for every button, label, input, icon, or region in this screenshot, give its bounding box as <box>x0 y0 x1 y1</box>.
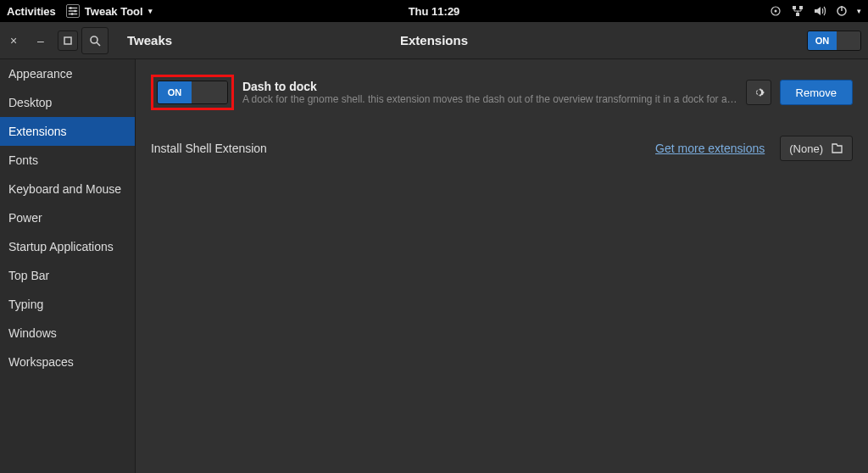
gear-icon <box>752 86 765 99</box>
extension-title: Dash to dock <box>242 80 737 93</box>
install-label: Install Shell Extension <box>151 142 267 155</box>
sidebar-item-desktop[interactable]: Desktop <box>0 88 135 117</box>
install-file-button[interactable]: (None) <box>780 136 853 161</box>
chevron-down-icon: ▾ <box>148 7 153 15</box>
get-more-extensions-link[interactable]: Get more extensions <box>655 142 765 155</box>
volume-icon[interactable] <box>813 4 826 18</box>
sidebar-item-typing[interactable]: Typing <box>0 290 135 319</box>
highlight-box: ON <box>151 75 234 110</box>
svg-point-3 <box>70 7 72 9</box>
appmenu-button[interactable]: Tweak Tool ▾ <box>66 4 153 18</box>
sidebar-item-windows[interactable]: Windows <box>0 319 135 348</box>
page-title: Extensions <box>400 33 468 47</box>
sidebar: AppearanceDesktopExtensionsFontsKeyboard… <box>0 59 136 473</box>
svg-point-4 <box>74 10 76 13</box>
gnome-top-panel: Activities Tweak Tool ▾ Thu 11:29 ▾ <box>0 0 868 22</box>
sidebar-item-workspaces[interactable]: Workspaces <box>0 348 135 376</box>
tweak-tool-icon <box>66 4 80 18</box>
sidebar-item-appearance[interactable]: Appearance <box>0 59 135 88</box>
close-button[interactable]: × <box>3 31 24 51</box>
remove-button[interactable]: Remove <box>780 80 853 105</box>
switch-on-label: ON <box>808 31 837 50</box>
sidebar-item-startup-applications[interactable]: Startup Applications <box>0 232 135 261</box>
sidebar-item-top-bar[interactable]: Top Bar <box>0 261 135 290</box>
svg-point-7 <box>775 10 777 13</box>
minimize-button[interactable]: – <box>31 31 51 51</box>
sidebar-title: Tweaks <box>127 33 172 47</box>
search-button[interactable] <box>81 27 108 54</box>
power-icon[interactable] <box>835 4 849 18</box>
extension-description: A dock for the gnome shell. this extensi… <box>242 93 737 105</box>
clock[interactable]: Thu 11:29 <box>409 5 460 18</box>
extension-settings-button[interactable] <box>746 80 771 105</box>
extension-row: ON Dash to dock A dock for the gnome she… <box>151 75 853 110</box>
system-menu-chevron-icon[interactable]: ▾ <box>857 7 861 15</box>
sidebar-item-keyboard-and-mouse[interactable]: Keyboard and Mouse <box>0 175 135 203</box>
activities-button[interactable]: Activities <box>7 5 56 18</box>
network-icon[interactable] <box>791 4 804 18</box>
switch-on-label: ON <box>158 81 192 103</box>
svg-rect-9 <box>799 6 803 9</box>
sidebar-item-power[interactable]: Power <box>0 203 135 232</box>
svg-rect-8 <box>793 6 796 9</box>
headerbar: × – Tweaks Extensions ON <box>0 22 868 59</box>
app-body: AppearanceDesktopExtensionsFontsKeyboard… <box>0 59 868 473</box>
document-open-icon <box>830 142 843 155</box>
svg-point-14 <box>91 36 97 43</box>
install-file-button-label: (None) <box>789 142 823 155</box>
remove-button-label: Remove <box>796 86 837 99</box>
sidebar-item-extensions[interactable]: Extensions <box>0 117 135 146</box>
search-icon <box>88 34 102 47</box>
install-row: Install Shell Extension Get more extensi… <box>151 136 853 161</box>
svg-rect-10 <box>796 13 799 16</box>
dash-to-dock-switch[interactable]: ON <box>157 81 228 104</box>
content-pane: ON Dash to dock A dock for the gnome she… <box>136 59 868 473</box>
location-icon[interactable] <box>769 4 782 18</box>
appmenu-label: Tweak Tool <box>85 5 143 18</box>
extensions-global-switch[interactable]: ON <box>807 31 861 51</box>
svg-point-5 <box>71 13 74 15</box>
svg-rect-13 <box>64 37 71 44</box>
maximize-button[interactable] <box>58 31 78 51</box>
svg-line-15 <box>97 42 100 46</box>
sidebar-item-fonts[interactable]: Fonts <box>0 146 135 175</box>
